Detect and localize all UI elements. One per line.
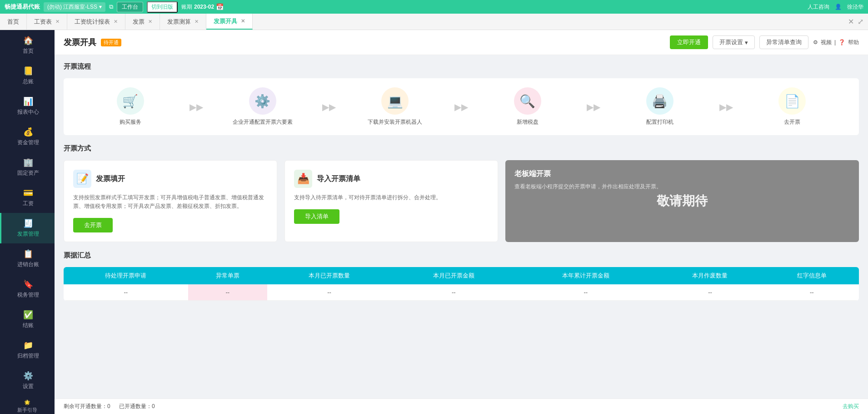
step-arrow-5: ▶▶ [719,101,733,112]
process-steps: 🛒 购买服务 ▶▶ ⚙️ 企业开通配置开票六要素 ▶▶ 💻 下载并安装开票机器人… [64,78,859,135]
abnormal-query-button[interactable]: 异常清单查询 [759,35,808,49]
import-list-button[interactable]: 导入清单 [294,209,339,224]
tab-close-all-icon[interactable]: ✕ [848,17,854,26]
col-month-amount: 本月已开票金额 [391,267,516,284]
sidebar-item-archive[interactable]: 📁 归档管理 [0,335,55,365]
summary-table: 待处理开票申请 异常单票 本月已开票数量 本月已开票金额 本年累计开票金额 本月… [64,267,859,301]
archive-icon: 📁 [23,340,33,350]
process-section-title: 开票流程 [64,62,859,71]
tab-close-invoice[interactable]: ✕ [148,19,152,25]
page-title: 发票开具 [64,37,96,48]
col-void-qty: 本月作废数量 [655,267,764,284]
step-download-icon: 💻 [381,87,409,115]
tab-home[interactable]: 首页 [0,14,27,30]
method-card-import: 📥 导入开票清单 支持导入待开票清单，可对待开票清单进行拆分、合并处理。 导入清… [284,160,498,242]
tab-close-invoice-issue[interactable]: ✕ [241,18,245,24]
top-bar-left: 畅捷通易代账 (勿动) 江西服室-LSS ▾ ⧉ 工作台 切到旧版 账期 202… [5,1,224,13]
step-buy-service: 🛒 购买服务 [73,87,188,126]
val-month-qty: -- [267,284,392,301]
tab-payroll[interactable]: 工资表 ✕ [27,14,67,30]
page-actions: 立即开通 开票设置 ▾ 异常清单查询 ⚙ 视频 | ❓ 帮助 [670,35,859,49]
step-arrow-3: ▶▶ [454,101,468,112]
method-icon-2: 📥 [294,170,312,188]
method-card-header-2: 📥 导入开票清单 [294,170,489,188]
method-card-boss: 老板端开票 查看老板端小程序提交的开票申请，并作出相应处理及开票。 敬请期待 [505,160,859,242]
sidebar-item-ledger[interactable]: 📒 总账 [0,61,55,91]
main-layout: 🏠 首页 📒 总账 📊 报表中心 💰 资金管理 🏢 固定资产 💳 工资 🧾 发票… [0,30,868,414]
sidebar-item-assets[interactable]: 🏢 固定资产 [0,152,55,182]
username[interactable]: 徐泾华 [847,3,863,11]
col-year-amount: 本年累计开票金额 [516,267,655,284]
val-red-info: -- [765,284,859,301]
tab-close-invoice-calc[interactable]: ✕ [195,19,199,25]
consult-link[interactable]: 人工咨询 [808,3,829,11]
sidebar-item-payroll[interactable]: 💳 工资 [0,182,55,213]
goto-issue-button[interactable]: 去开票 [73,218,113,232]
col-pending: 待处理开票申请 [64,267,188,284]
sidebar-item-settle[interactable]: ✅ 结账 [0,304,55,335]
tab-actions: ✕ ⤢ [843,14,868,30]
sidebar-item-funds[interactable]: 💰 资金管理 [0,121,55,152]
tab-payroll-report[interactable]: 工资统计报表 ✕ [67,14,125,30]
buy-link[interactable]: 去购买 [843,403,859,410]
method-section-title: 开票方式 [64,144,859,153]
old-version-button[interactable]: 切到旧版 [147,1,178,13]
tab-invoice[interactable]: 发票 ✕ [125,14,160,30]
page-footer: 剩余可开通数量：0 已开通数量：0 去购买 [55,399,868,414]
sidebar-item-settings[interactable]: ⚙️ 设置 [0,365,55,396]
tab-invoice-calc[interactable]: 发票测算 ✕ [160,14,206,30]
val-void-qty: -- [655,284,764,301]
page-title-row: 发票开具 待开通 [64,37,121,48]
footer-info: 剩余可开通数量：0 已开通数量：0 [64,403,155,410]
home-icon: 🏠 [23,35,33,45]
company-selector[interactable]: (勿动) 江西服室-LSS ▾ [44,2,105,12]
sidebar-item-purchase-sales[interactable]: 📋 进销台账 [0,243,55,274]
user-avatar[interactable]: 👤 [835,4,842,10]
top-bar-right: 人工咨询 👤 徐泾华 [808,3,863,11]
payroll-icon: 💳 [23,188,33,198]
col-red-info: 红字信息单 [765,267,859,284]
step-arrow-2: ▶▶ [322,101,336,112]
workbench-button[interactable]: 工作台 [117,2,143,12]
immediate-open-button[interactable]: 立即开通 [670,35,708,49]
step-add-tax-icon: 🔍 [514,87,541,115]
top-bar: 畅捷通易代账 (勿动) 江西服室-LSS ▾ ⧉ 工作台 切到旧版 账期 202… [0,0,868,14]
open-settings-button[interactable]: 开票设置 ▾ [713,35,755,49]
sidebar-item-guide[interactable]: 🌟 新手引导 [0,396,55,414]
sidebar-item-tax[interactable]: 🔖 税务管理 [0,274,55,304]
tab-close-payroll[interactable]: ✕ [55,19,60,25]
reports-icon: 📊 [23,96,33,106]
step-buy-icon: 🛒 [117,87,144,115]
guide-icon: 🌟 [24,399,30,405]
sidebar-item-invoice-mgmt[interactable]: 🧾 发票管理 [0,213,55,243]
page-header: 发票开具 待开通 立即开通 开票设置 ▾ 异常清单查询 ⚙ 视频 | ❓ 帮助 [55,30,868,55]
tab-maximize-icon[interactable]: ⤢ [858,17,863,26]
purchase-sales-icon: 📋 [23,249,33,259]
step-arrow-4: ▶▶ [587,101,600,112]
col-month-qty: 本月已开票数量 [267,267,392,284]
sidebar-bottom: 🌟 新手引导 👑 畅会员 📌 取消固定 [0,396,55,414]
tab-invoice-issue[interactable]: 发票开具 ✕ [206,14,253,30]
step-printer-icon: 🖨️ [646,87,673,115]
coming-soon-text: 敬请期待 [657,192,708,210]
tab-close-payroll-report[interactable]: ✕ [114,19,118,25]
sidebar-item-reports[interactable]: 📊 报表中心 [0,91,55,121]
step-configure: ⚙️ 企业开通配置开票六要素 [205,87,320,126]
method-icon-1: 📝 [73,170,91,188]
copy-icon[interactable]: ⧉ [109,3,113,10]
step-configure-icon: ⚙️ [249,87,276,115]
funds-icon: 💰 [23,127,33,137]
val-abnormal: -- [188,284,267,301]
help-area: ⚙ 视频 | ❓ 帮助 [813,39,859,46]
method-cards: 📝 发票填开 支持按照发票样式手工填写开发票；可开具增值税电子普通发票、增值税普… [64,160,859,242]
invoice-mgmt-icon: 🧾 [23,218,33,228]
step-add-tax: 🔍 新增税盘 [470,87,585,126]
settle-icon: ✅ [23,310,33,320]
chevron-down-icon: ▾ [745,39,748,46]
method-card-manual: 📝 发票填开 支持按照发票样式手工填写开发票；可开具增值税电子普通发票、增值税普… [64,160,277,242]
settings-icon: ⚙️ [23,371,33,381]
sidebar-item-home[interactable]: 🏠 首页 [0,30,55,61]
sidebar: 🏠 首页 📒 总账 📊 报表中心 💰 资金管理 🏢 固定资产 💳 工资 🧾 发票… [0,30,55,414]
status-badge: 待开通 [101,39,121,46]
settings-circle-icon: ⚙ [813,39,818,45]
